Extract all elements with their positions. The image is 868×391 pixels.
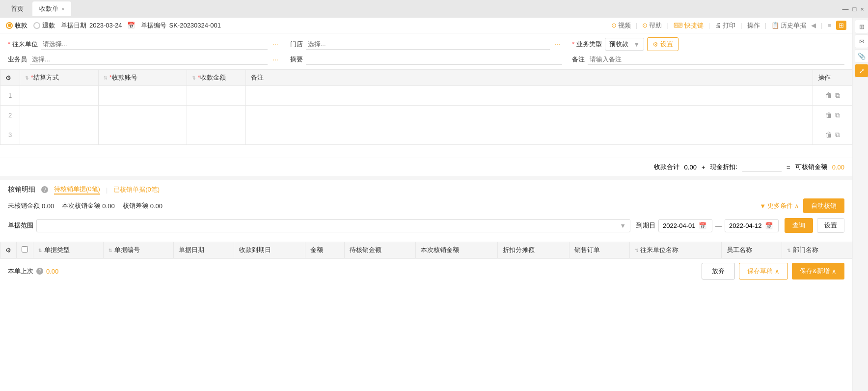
grid-icon[interactable]: ⊞ [836,21,846,30]
cell-remark-2[interactable] [246,106,813,125]
help-btn[interactable]: ⊙ 帮助 [642,21,662,30]
th-settings[interactable]: ⚙ [0,70,20,86]
verify-info-icon[interactable]: ? [41,186,48,193]
cell-account-2[interactable] [99,106,187,125]
calendar-start-icon: 📅 [699,222,706,229]
cell-account-3[interactable] [99,125,187,145]
sidebar-expand-icon[interactable]: ⤢ [855,64,868,78]
date-range-field: 到期日 2022-04-01 📅 — 2022-04-12 📅 [636,219,779,232]
copy-icon-3[interactable]: ⧉ [835,131,840,139]
operation-btn[interactable]: 操作 [747,21,760,30]
business-type-select[interactable]: 预收款 ▼ [605,38,644,51]
delete-icon-3[interactable]: 🗑 [825,131,832,139]
settings-button[interactable]: ⚙ 设置 [647,37,678,51]
window-close-btn[interactable]: × [860,5,864,13]
history-btn[interactable]: 📋 历史单据 [771,21,806,30]
th-doc-no: ⇅ 单据编号 [103,242,173,258]
staff-input[interactable] [30,54,268,65]
sidebar-clip-icon[interactable]: 📎 [855,49,868,63]
bottom-table-header: ⚙ ⇅ 单据类型 ⇅ 单据编号 单据日期 收款到期日 金额 待核销金额 本次核销… [0,242,852,258]
date-separator: — [715,222,722,229]
delete-icon-1[interactable]: 🗑 [825,91,832,100]
remark-input[interactable] [588,54,844,65]
verify-label: 可核销金额 [795,163,827,171]
filter-buttons: 查询 设置 [785,218,844,233]
cell-settlement-3[interactable] [20,125,99,145]
business-type-label: 业务类型 [572,40,602,49]
cell-remark-3[interactable] [246,125,813,145]
abandon-btn[interactable]: 放弃 [702,263,735,279]
draft-label: 保存草稿 [747,267,773,276]
summary-row: 收款合计 0.00 + 现金折扣: = 可核销金额 0.00 [0,158,852,176]
store-more-icon[interactable]: ··· [553,40,563,48]
cell-account-1[interactable] [99,86,187,106]
print-btn[interactable]: 🖨 打印 [715,21,735,30]
receipt-radio[interactable]: 收款 [6,21,27,30]
list-icon[interactable]: ≡ [827,22,831,29]
query-btn[interactable]: 查询 [785,218,813,233]
th-gear[interactable]: ⚙ [0,242,17,258]
shortcut-btn[interactable]: ⌨ 快捷键 [674,21,704,30]
cell-amount-2[interactable] [187,106,246,125]
range-select[interactable]: ▼ [36,219,630,232]
cell-amount-3[interactable] [187,125,246,145]
copy-icon-2[interactable]: ⧉ [835,111,840,119]
th-due-date: 收款到期日 [234,242,305,258]
th-checkbox[interactable] [17,242,33,258]
auto-verify-btn[interactable]: 自动核销 [803,198,844,213]
select-all-checkbox[interactable] [22,246,28,252]
remark-group: 备注 [572,54,844,65]
date-end-input[interactable]: 2022-04-12 📅 [725,219,779,232]
save-btn[interactable]: 保存&新增 ∧ [792,263,844,279]
cell-settlement-2[interactable] [20,106,99,125]
prev-btn[interactable]: ◀ [811,22,816,29]
staff-group: 业务员 ··· [8,54,280,65]
staff-more-icon[interactable]: ··· [271,56,280,63]
receipt-table: ⚙ ⇅ *结算方式 ⇅ *收款账号 ⇅ *收款金额 [0,69,852,145]
tab-receipt[interactable]: 收款单 × [32,1,71,16]
print-icon: 🖨 [715,22,721,29]
customer-input[interactable] [41,39,268,50]
verify-settings-btn[interactable]: 设置 [817,218,844,233]
footer-info-icon[interactable]: ? [36,268,43,275]
done-tab[interactable]: 已核销单据(0笔) [113,185,160,194]
help-icon: ⊙ [642,22,648,29]
summary-input[interactable] [306,54,563,65]
right-sidebar: ⊞ ✉ 📎 ⤢ [852,18,868,391]
pending-tab[interactable]: 待核销单据(0笔) [54,185,100,195]
unchecked-stat: 未核销金额 0.00 [8,201,54,210]
window-min-btn[interactable]: — [842,5,849,13]
tab-close-icon[interactable]: × [61,6,64,12]
sidebar-mail-icon[interactable]: ✉ [855,34,868,48]
receipt-radio-label: 收款 [15,21,27,30]
delete-icon-2[interactable]: 🗑 [825,111,832,119]
tab-home[interactable]: 首页 [4,1,30,16]
customer-group: 往来单位 ··· [8,39,280,50]
section-divider [0,176,852,180]
video-btn[interactable]: ⊙ 视频 [611,21,631,30]
window-max-btn[interactable]: □ [853,5,857,13]
customer-more-icon[interactable]: ··· [271,40,280,48]
copy-icon-1[interactable]: ⧉ [835,91,840,100]
cell-remark-1[interactable] [246,86,813,106]
divider-icon: | [821,22,822,29]
chevron-down-icon: ▼ [620,222,626,229]
table-row: 3 🗑 ⧉ [0,125,852,145]
verify-title: 核销明细 [8,185,35,194]
th-amount: 金额 [305,242,344,258]
cell-settlement-1[interactable] [20,86,99,106]
discount-input[interactable] [742,162,782,172]
sidebar-table-icon[interactable]: ⊞ [855,20,868,33]
total-label: 收款合计 [654,163,679,171]
refund-radio[interactable]: 退款 [33,21,55,30]
calendar-icon[interactable]: 📅 [127,22,135,29]
diff-stat: 核销差额 0.00 [123,201,163,210]
store-input[interactable] [306,39,550,50]
cell-amount-1[interactable] [187,86,246,106]
row-actions-2: 🗑 ⧉ [818,111,847,119]
more-conditions-btn[interactable]: ▼ 更多条件 ∧ [760,201,799,210]
verify-header: 核销明细 ? 待核销单据(0笔) | 已核销单据(0笔) [8,185,844,195]
draft-btn[interactable]: 保存草稿 ∧ [739,263,788,279]
date-start-input[interactable]: 2022-04-01 📅 [658,219,712,232]
verify-actions: ▼ 更多条件 ∧ 自动核销 [760,198,844,213]
